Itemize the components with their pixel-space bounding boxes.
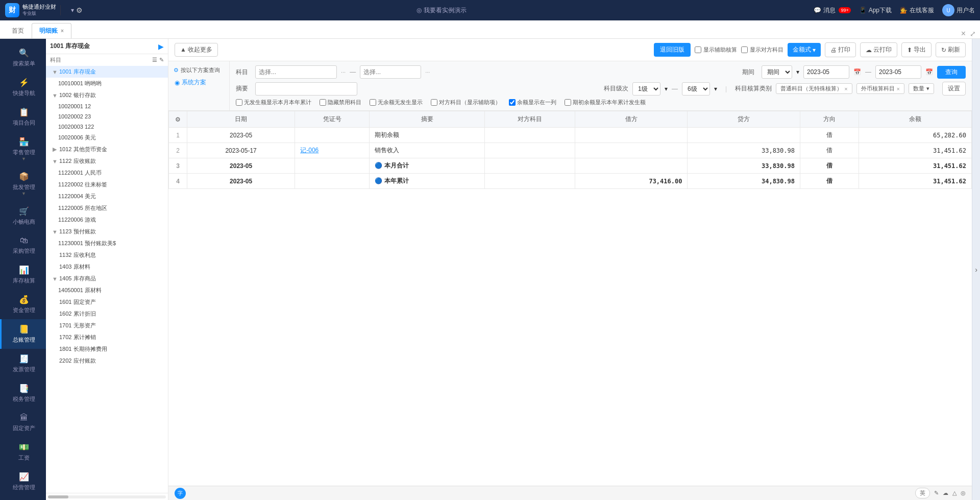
tree-item-10020002[interactable]: 10020002 23	[46, 111, 168, 122]
dropdown-icon[interactable]: ▾	[71, 7, 74, 14]
cb-hide-disabled[interactable]: 隐藏禁用科目	[320, 99, 361, 106]
tree-item-1403[interactable]: ▶ 1403 原材料	[46, 261, 168, 273]
row-voucher-2[interactable]: 记-006	[295, 143, 370, 158]
cb-no-balance-input[interactable]	[370, 99, 376, 106]
window-close-icon[interactable]: ×	[961, 29, 966, 38]
subject-more-btn[interactable]: ···	[341, 69, 346, 75]
style-btn[interactable]: 金额式 ▾	[788, 43, 821, 57]
expand-more-btn[interactable]: ▲ 收起更多	[175, 43, 218, 57]
message-btn[interactable]: 💬 消息 99+	[814, 6, 850, 15]
calendar-icon-start[interactable]: 📅	[853, 68, 861, 76]
cloud-print-btn[interactable]: ☁ 云打印	[860, 42, 897, 57]
tree-item-1123[interactable]: ▼ 1123 预付账款	[46, 226, 168, 237]
settings-icon[interactable]: ⚙	[76, 6, 83, 14]
scrollbar-bottom[interactable]	[46, 493, 168, 500]
sidebar-item-assets[interactable]: 🏛 固定资产	[0, 408, 46, 437]
sidebar-item-wholesale[interactable]: 📦 批发管理 ▼	[0, 166, 46, 201]
bottom-triangle-icon[interactable]: △	[952, 490, 957, 496]
level-end-select[interactable]: 6级	[682, 82, 710, 96]
tree-item-1701[interactable]: 1701 无形资产	[46, 320, 168, 331]
export-btn[interactable]: ⬆ 导出	[901, 42, 932, 57]
tree-item-1601[interactable]: 1601 固定资产	[46, 296, 168, 308]
panel-list-icon[interactable]: ☰	[152, 57, 157, 63]
scheme-system-item[interactable]: ◉ 系统方案	[170, 76, 227, 89]
panel-edit-icon[interactable]: ✎	[159, 57, 164, 63]
tree-item-11220001[interactable]: 11220001 人民币	[46, 167, 168, 179]
cb-hide-disabled-input[interactable]	[320, 99, 326, 106]
tree-toggle-1012[interactable]: ▶	[52, 146, 57, 153]
show-opposite-input[interactable]	[741, 46, 748, 53]
sidebar-item-capital[interactable]: 💰 资金管理	[0, 290, 46, 319]
tree-item-1702[interactable]: 1702 累计摊销	[46, 331, 168, 343]
tree-toggle-1001[interactable]: ▼	[52, 69, 57, 75]
tab-detail[interactable]: 明细账 ×	[32, 23, 71, 38]
tree-item-1012[interactable]: ▶ 1012 其他货币资金	[46, 144, 168, 155]
sidebar-item-tax[interactable]: 📑 税务管理	[0, 378, 46, 408]
tree-item-1002[interactable]: ▼ 1002 银行存款	[46, 89, 168, 101]
tree-toggle-1002[interactable]: ▼	[52, 92, 57, 99]
gear-icon[interactable]: ⚙	[175, 116, 181, 123]
tree-toggle-1122[interactable]: ▼	[52, 158, 57, 164]
sidebar-item-project[interactable]: 📋 项目合同	[0, 102, 46, 132]
tab-close-icon[interactable]: ×	[61, 28, 64, 34]
demo-btn[interactable]: ◎ 我要看实例演示	[416, 6, 467, 15]
type-tag-2-close[interactable]: ×	[897, 86, 900, 92]
show-aux-checkbox[interactable]: 显示辅助核算	[695, 46, 737, 54]
sidebar-item-retail[interactable]: 🏪 零售管理 ▼	[0, 132, 46, 166]
tree-item-11220006[interactable]: 11220006 游戏	[46, 214, 168, 226]
sidebar-item-search[interactable]: 🔍 搜索菜单	[0, 43, 46, 73]
sidebar-item-ecommerce[interactable]: 🛒 小畅电商	[0, 201, 46, 231]
tab-home[interactable]: 首页	[4, 23, 32, 38]
tree-item-14050001[interactable]: 14050001 原材料	[46, 284, 168, 296]
cb-opposite-input[interactable]	[431, 99, 437, 106]
tree-toggle-1405[interactable]: ▼	[52, 276, 57, 282]
scroll-thumb[interactable]	[48, 495, 68, 498]
tree-item-1602[interactable]: 1602 累计折旧	[46, 308, 168, 320]
tree-item-1132[interactable]: ▶ 1132 应收利息	[46, 249, 168, 261]
cb-no-amount[interactable]: 无发生额显示本月本年累计	[236, 99, 311, 106]
tree-item-2202[interactable]: 2202 应付账款	[46, 355, 168, 367]
sidebar-item-expense[interactable]: 💳 小畅报销	[0, 496, 46, 500]
sidebar-item-salary[interactable]: 💵 工资	[0, 437, 46, 467]
period-type-select[interactable]: 期间	[762, 65, 792, 79]
online-service-btn[interactable]: 💁 在线客服	[900, 6, 934, 15]
cb-opposite[interactable]: 对方科目（显示辅助项）	[431, 99, 501, 106]
level-start-select[interactable]: 1级	[632, 82, 660, 96]
sidebar-item-purchase[interactable]: 🛍 采购管理	[0, 231, 46, 260]
sidebar-item-ledger[interactable]: 📒 总账管理	[0, 319, 46, 349]
tree-toggle-1123[interactable]: ▼	[52, 229, 57, 235]
sidebar-item-invoice[interactable]: 🧾 发票管理	[0, 349, 46, 378]
sidebar-item-nav[interactable]: ⚡ 快捷导航	[0, 73, 46, 102]
cb-no-balance[interactable]: 无余额无发生显示	[370, 99, 423, 106]
tree-item-11220002[interactable]: 11220002 往来标签	[46, 179, 168, 191]
tree-item-10020001[interactable]: 10020001 12	[46, 101, 168, 111]
tree-item-1122[interactable]: ▼ 1122 应收账款	[46, 155, 168, 167]
query-btn[interactable]: 查询	[937, 66, 966, 79]
show-opposite-checkbox[interactable]: 显示对方科目	[741, 46, 783, 54]
cb-opening-ytd-input[interactable]	[565, 99, 571, 106]
subject-more-btn-2[interactable]: ···	[425, 69, 430, 75]
cb-no-amount-input[interactable]	[236, 99, 242, 106]
bottom-edit-icon[interactable]: ✎	[934, 490, 939, 496]
type-tag-1[interactable]: 普通科目（无特殊核算） ×	[776, 83, 852, 94]
tree-item-1801[interactable]: 1801 长期待摊费用	[46, 343, 168, 355]
ai-btn[interactable]: 字	[175, 488, 186, 499]
app-download-btn[interactable]: 📱 App下载	[859, 6, 892, 15]
subject-input[interactable]	[255, 65, 337, 79]
sidebar-item-inventory[interactable]: 📊 库存核算	[0, 260, 46, 290]
tree-item-10010001[interactable]: 10010001 哟哟哟	[46, 78, 168, 89]
right-collapse-btn[interactable]: ›	[972, 39, 980, 500]
refresh-btn[interactable]: ↻ 刷新	[936, 42, 966, 57]
cb-balance-col[interactable]: 余额显示在一列	[509, 99, 556, 106]
period-start-input[interactable]	[803, 65, 849, 79]
show-aux-input[interactable]	[695, 46, 701, 53]
calendar-icon-end[interactable]: 📅	[925, 68, 933, 76]
summary-input[interactable]	[255, 82, 357, 96]
type-tag-2[interactable]: 外币核算科目 ×	[856, 83, 904, 94]
window-expand-icon[interactable]: ⤢	[970, 30, 976, 38]
cb-balance-col-input[interactable]	[509, 99, 516, 106]
bottom-circle-icon[interactable]: ◎	[961, 490, 966, 496]
bottom-cloud-icon[interactable]: ☁	[943, 490, 948, 496]
type-tag-3[interactable]: 数量 ▾	[909, 83, 934, 94]
tree-item-10020006[interactable]: 10020006 美元	[46, 132, 168, 144]
